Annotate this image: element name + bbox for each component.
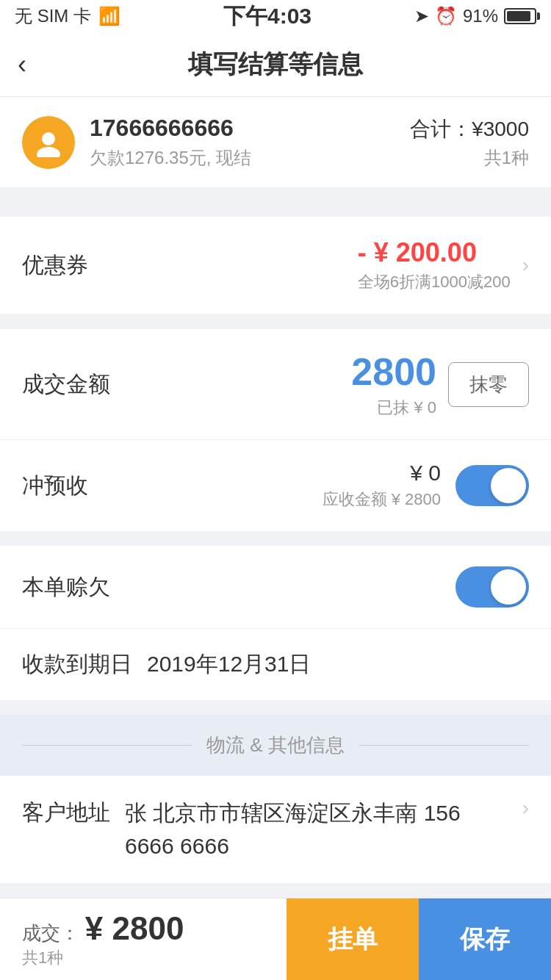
total-value: ¥3000 [472, 118, 529, 140]
deal-amount-right: 2800 已抹 ¥ 0 抹零 [351, 350, 529, 419]
deal-amount-row: 成交金额 2800 已抹 ¥ 0 抹零 [0, 329, 551, 440]
customer-sub: 欠款1276.35元, 现结 [90, 146, 251, 170]
section-header-text: 物流 & 其他信息 [206, 732, 345, 758]
deal-amount-values: 2800 已抹 ¥ 0 [351, 350, 436, 419]
customer-right: 合计：¥3000 共1种 [410, 115, 529, 170]
coupon-label: 优惠券 [22, 251, 88, 281]
no-sim-text: 无 SIM 卡 [15, 4, 91, 28]
content: 17666666666 欠款1276.35元, 现结 合计：¥3000 共1种 … [0, 97, 551, 980]
battery-icon [504, 8, 536, 24]
prepay-row: 冲预收 ¥ 0 应收金额 ¥ 2800 [0, 440, 551, 531]
status-left: 无 SIM 卡 📶 [15, 4, 120, 28]
coupon-discount: - ¥ 200.00 [358, 237, 511, 268]
save-button[interactable]: 保存 [419, 898, 551, 981]
credit-toggle-knob [491, 569, 526, 605]
prepay-right: ¥ 0 应收金额 ¥ 2800 [323, 461, 529, 511]
svg-point-0 [42, 132, 55, 145]
battery-fill [507, 11, 530, 21]
bottom-amount: ¥ 2800 [85, 910, 184, 946]
back-icon: ‹ [18, 49, 26, 79]
pending-button[interactable]: 挂单 [287, 898, 419, 981]
coupon-right: - ¥ 200.00 全场6折满1000减200 › [358, 237, 529, 293]
battery-percent: 91% [463, 6, 498, 26]
page-title: 填写结算等信息 [188, 48, 363, 82]
customer-phone: 17666666666 [90, 115, 251, 142]
back-button[interactable]: ‹ [18, 49, 26, 80]
deal-amount-sub: 已抹 ¥ 0 [351, 397, 436, 419]
due-date-row: 收款到期日 2019年12月31日 [0, 629, 551, 700]
address-row[interactable]: 客户地址 张 北京市市辖区海淀区永丰南 156 6666 6666 › [0, 776, 551, 883]
round-button[interactable]: 抹零 [448, 362, 529, 407]
customer-card: 17666666666 欠款1276.35元, 现结 合计：¥3000 共1种 [0, 97, 551, 187]
prepay-toggle[interactable] [455, 465, 529, 506]
credit-toggle[interactable] [455, 566, 529, 608]
customer-left: 17666666666 欠款1276.35元, 现结 [22, 115, 251, 170]
bottom-bar: 成交： ¥ 2800 共1种 挂单 保存 [0, 898, 551, 980]
credit-row: 本单赊欠 [0, 546, 551, 628]
customer-info-row: 17666666666 欠款1276.35元, 现结 合计：¥3000 共1种 [0, 97, 551, 187]
coupon-info: - ¥ 200.00 全场6折满1000减200 [358, 237, 511, 293]
bottom-count: 共1种 [22, 947, 264, 969]
prepay-sub: 应收金额 ¥ 2800 [323, 489, 441, 511]
status-time: 下午4:03 [223, 1, 311, 32]
customer-details: 17666666666 欠款1276.35元, 现结 [90, 115, 251, 170]
total-count: 共1种 [410, 146, 529, 170]
toggle-knob [491, 468, 526, 503]
coupon-row[interactable]: 优惠券 - ¥ 200.00 全场6折满1000减200 › [0, 217, 551, 314]
wifi-icon: 📶 [98, 6, 120, 26]
prepay-amount: ¥ 0 [323, 461, 441, 486]
address-value: 张 北京市市辖区海淀区永丰南 156 6666 6666 [125, 796, 508, 862]
prepay-label: 冲预收 [22, 471, 88, 501]
total-label: 合计： [410, 118, 472, 140]
address-chevron-icon: › [522, 796, 529, 820]
status-bar: 无 SIM 卡 📶 下午4:03 ➤ ⏰ 91% [0, 0, 551, 32]
divider-1 [0, 202, 551, 217]
section-line-right [359, 745, 529, 746]
deal-amount-value: 2800 [351, 350, 436, 394]
bottom-summary: 成交： ¥ 2800 共1种 [0, 910, 287, 969]
bottom-deal-row: 成交： ¥ 2800 [22, 910, 264, 947]
location-icon: ➤ [414, 6, 429, 26]
logistics-section-header: 物流 & 其他信息 [0, 715, 551, 776]
due-date-value: 2019年12月31日 [147, 649, 311, 680]
deal-amount-label: 成交金额 [22, 370, 110, 400]
coupon-desc: 全场6折满1000减200 [358, 271, 511, 293]
alarm-icon: ⏰ [435, 6, 457, 26]
credit-label: 本单赊欠 [22, 572, 110, 602]
divider-2 [0, 314, 551, 329]
address-label: 客户地址 [22, 796, 110, 828]
chevron-right-icon: › [522, 253, 529, 277]
due-date-label: 收款到期日 [22, 649, 132, 680]
divider-4 [0, 700, 551, 715]
divider-3 [0, 531, 551, 546]
avatar [22, 116, 75, 169]
prepay-values: ¥ 0 应收金额 ¥ 2800 [323, 461, 441, 511]
bottom-deal-label: 成交： [22, 922, 79, 944]
svg-point-1 [37, 147, 60, 157]
total-label-value: 合计：¥3000 [410, 115, 529, 143]
section-line-left [22, 745, 192, 746]
nav-bar: ‹ 填写结算等信息 [0, 32, 551, 97]
status-right: ➤ ⏰ 91% [414, 6, 536, 26]
